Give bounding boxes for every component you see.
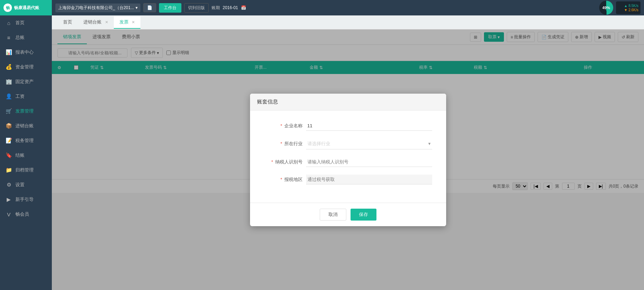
sidebar-label-archive: 归档管理 — [15, 167, 34, 173]
sidebar-label-home: 首页 — [15, 20, 25, 26]
form-row-company: * 企业名称 — [264, 121, 432, 131]
form-row-tax-region: * 报税地区 — [264, 175, 432, 184]
ledger-icon: ≡ — [6, 35, 12, 41]
settings-icon: ⚙ — [6, 182, 12, 188]
company-dropdown-icon: ▾ — [136, 5, 138, 10]
sidebar-item-archive[interactable]: 📁 归档管理 — [0, 163, 52, 177]
salary-icon: 👤 — [6, 93, 12, 100]
sidebar-label-assets: 固定资产 — [15, 79, 34, 85]
sidebar-item-tax[interactable]: 📝 税务管理 — [0, 133, 52, 148]
reports-icon: 📊 — [6, 49, 12, 55]
form-label-company: * 企业名称 — [264, 123, 306, 129]
sidebar-label-guide: 新手引导 — [15, 196, 34, 203]
sidebar-item-sales[interactable]: 📦 进销台账 — [0, 119, 52, 133]
sidebar: 畅 畅康通易代账 ⌂ 首页 ≡ 总账 📊 报表中心 💰 资金管理 🏢 固定资产 … — [0, 0, 52, 290]
sales-icon: 📦 — [6, 123, 12, 129]
tax-id-input[interactable] — [306, 157, 432, 167]
sidebar-item-invoice[interactable]: 🛒 发票管理 — [0, 104, 52, 119]
form-row-industry: * 所在行业 请选择行业 ▾ — [264, 139, 432, 149]
tax-icon: 📝 — [6, 137, 12, 144]
sidebar-label-ledger: 总账 — [15, 34, 25, 41]
modal-overlay: 账套信息 * 企业名称 * 所在行业 — [52, 29, 644, 290]
speed-up: ▲ 8.5K/s — [624, 4, 638, 8]
content-area: 销项发票 进项发票 费用小票 ⊞ 取票 ▾ ≡ 批量操作 📄 — [52, 29, 644, 290]
sidebar-label-tax: 税务管理 — [15, 137, 34, 144]
industry-select[interactable]: 请选择行业 ▾ — [306, 139, 432, 149]
sidebar-item-checkout[interactable]: 🔖 结账 — [0, 148, 52, 163]
document-button[interactable]: 📄 — [143, 3, 156, 12]
main-area: 上海卯金刀电子科技有限公司_（台201... ▾ 📄 工作台 切到旧版 账期 2… — [52, 0, 644, 290]
member-icon: V — [6, 211, 12, 217]
tab-bar: 首页 进销台账 ✕ 发票 ✕ — [52, 15, 644, 29]
sidebar-item-funds[interactable]: 💰 资金管理 — [0, 60, 52, 74]
funds-icon: 💰 — [6, 64, 12, 70]
speed-widget: ▲ 8.5K/s ▼ 2.6K/s — [616, 1, 640, 14]
account-info-modal: 账套信息 * 企业名称 * 所在行业 — [250, 94, 446, 226]
archive-icon: 📁 — [6, 167, 12, 173]
assets-icon: 🏢 — [6, 79, 12, 85]
sidebar-item-ledger[interactable]: ≡ 总账 — [0, 30, 52, 45]
logo-title: 畅康通易代账 — [14, 5, 39, 11]
sidebar-label-sales: 进销台账 — [15, 123, 34, 129]
modal-footer: 取消 保存 — [250, 203, 446, 226]
form-label-tax-region: * 报税地区 — [264, 176, 306, 183]
company-selector[interactable]: 上海卯金刀电子科技有限公司_（台201... ▾ — [55, 4, 140, 12]
sidebar-label-salary: 工资 — [15, 93, 25, 100]
guide-icon: ▶ — [6, 196, 12, 203]
sidebar-item-assets[interactable]: 🏢 固定资产 — [0, 74, 52, 89]
modal-title: 账套信息 — [250, 94, 446, 110]
home-icon: ⌂ — [6, 20, 12, 26]
form-label-industry: * 所在行业 — [264, 141, 306, 147]
form-row-tax-id: * 纳税人识别号 — [264, 157, 432, 167]
workbench-button[interactable]: 工作台 — [159, 3, 181, 13]
sidebar-label-funds: 资金管理 — [15, 64, 34, 70]
sidebar-label-reports: 报表中心 — [15, 49, 34, 55]
period-label: 账期 2016-01 📅 — [212, 5, 246, 11]
sidebar-item-member[interactable]: V 畅会员 — [0, 207, 52, 222]
percent-circle: 49% — [599, 1, 613, 15]
tab-sales[interactable]: 进销台账 ✕ — [78, 16, 114, 29]
checkout-icon: 🔖 — [6, 152, 12, 159]
sidebar-item-salary[interactable]: 👤 工资 — [0, 89, 52, 104]
sidebar-item-reports[interactable]: 📊 报表中心 — [0, 45, 52, 60]
tab-invoice[interactable]: 发票 ✕ — [114, 16, 141, 29]
invoice-icon: 🛒 — [6, 108, 12, 114]
sidebar-item-settings[interactable]: ⚙ 设置 — [0, 177, 52, 192]
sidebar-label-invoice: 发票管理 — [15, 108, 34, 114]
sidebar-item-guide[interactable]: ▶ 新手引导 — [0, 192, 52, 207]
calendar-icon[interactable]: 📅 — [241, 5, 246, 10]
topbar: 上海卯金刀电子科技有限公司_（台201... ▾ 📄 工作台 切到旧版 账期 2… — [52, 0, 644, 15]
old-version-button[interactable]: 切到旧版 — [184, 3, 209, 13]
modal-body: * 企业名称 * 所在行业 请选择行业 ▾ — [250, 110, 446, 203]
speed-down: ▼ 2.6K/s — [624, 8, 638, 12]
sidebar-label-member: 畅会员 — [15, 211, 29, 217]
industry-dropdown-icon: ▾ — [428, 141, 431, 146]
tab-sales-close-icon[interactable]: ✕ — [105, 20, 108, 24]
company-name: 上海卯金刀电子科技有限公司_（台201... — [58, 5, 134, 11]
cancel-button[interactable]: 取消 — [320, 209, 346, 221]
form-label-tax-id: * 纳税人识别号 — [264, 159, 306, 165]
company-name-input[interactable] — [306, 121, 432, 131]
topbar-right: 49% ▲ 8.5K/s ▼ 2.6K/s — [599, 1, 640, 15]
sidebar-label-checkout: 结账 — [15, 152, 25, 159]
tab-invoice-close-icon[interactable]: ✕ — [132, 20, 135, 24]
save-button[interactable]: 保存 — [351, 209, 376, 221]
sidebar-label-settings: 设置 — [15, 182, 25, 188]
sidebar-item-home[interactable]: ⌂ 首页 — [0, 15, 52, 30]
tax-region-input — [306, 175, 432, 184]
tab-home[interactable]: 首页 — [57, 16, 78, 29]
logo-icon: 畅 — [4, 4, 12, 12]
logo: 畅 畅康通易代账 — [0, 0, 52, 15]
